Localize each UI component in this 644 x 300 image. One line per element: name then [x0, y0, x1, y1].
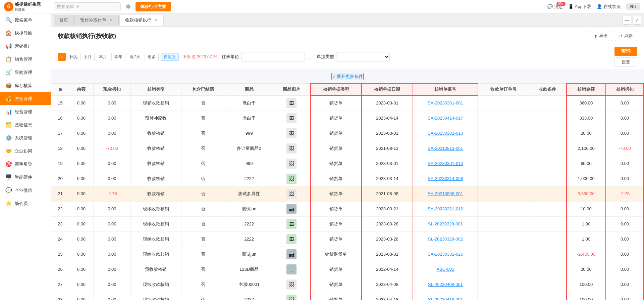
- bill-no-link[interactable]: SA-20230414-017: [428, 116, 463, 121]
- date-custom-btn[interactable]: 自定义: [161, 53, 179, 61]
- base-icon: 🗂️: [5, 122, 12, 128]
- sidebar-label-wechat: 企业微信: [15, 187, 32, 194]
- expand-more-label: 展开更多条件: [337, 74, 363, 80]
- filter-expand-btn[interactable]: »: [58, 53, 66, 61]
- brand: 6 畅捷通好生意 标准版: [4, 1, 51, 12]
- user-display[interactable]: Rit: [626, 3, 640, 10]
- bill-no-link[interactable]: SA-20230301-001: [428, 100, 463, 105]
- search-box[interactable]: 搜索菜单 ▼: [54, 2, 121, 11]
- tab-receipt[interactable]: 收款核销执行 ✕: [119, 15, 164, 26]
- bill-no-link[interactable]: SA-20230301-010: [428, 131, 463, 136]
- gear-icon[interactable]: ⚙️: [123, 2, 133, 11]
- date-btn-last-month[interactable]: 上月: [80, 53, 95, 61]
- date-label: 日期: [70, 54, 78, 60]
- top-bar: 6 畅捷通好生意 标准版 搜索菜单 ▼ ⚙️ 体验行业方案 💬 消息 99+ 📱…: [0, 0, 644, 13]
- date-btn-more[interactable]: 更多: [145, 53, 159, 61]
- tab-minimize-btn[interactable]: —: [623, 16, 631, 25]
- table-row: 270.000.00现续收款核销否衣服00001🖼销货单2023-04-08SL…: [51, 277, 644, 292]
- sidebar-item-purchase[interactable]: 🛒 采购管理: [0, 66, 51, 79]
- table-row: 160.000.00预付冲应收否老白干🖼销货单2023-04-14SA-2023…: [51, 111, 644, 126]
- sidebar-label-finance: 资金管理: [15, 96, 32, 102]
- expand-more-btn[interactable]: ∨ 展开更多条件: [331, 73, 364, 80]
- bill-no-link[interactable]: SA-20230314-008: [428, 176, 463, 181]
- sidebar-item-search[interactable]: 🔍 搜索菜单: [0, 13, 51, 27]
- table-row: 200.000.00收款核销否2222🖼销货单2023-03-14SA-2023…: [51, 171, 644, 186]
- online-service-btn[interactable]: 👤 在线客服: [597, 4, 621, 10]
- refresh-btn[interactable]: ↺ 刷新: [615, 31, 637, 41]
- sidebar-item-inventory[interactable]: 📦 库存核算: [0, 79, 51, 92]
- search-arrow: ▼: [75, 4, 80, 9]
- sidebar-label-purchase: 采购管理: [15, 70, 32, 76]
- th-receipt-order-no: 收款单订单号: [478, 83, 529, 95]
- online-service-label: 在线客服: [603, 4, 621, 10]
- messages-btn[interactable]: 💬 消息 99+: [547, 4, 563, 10]
- sidebar-item-wechat[interactable]: 💬 企业微信: [0, 184, 51, 197]
- date-btn-this-month[interactable]: 本月: [96, 53, 110, 61]
- tab-receipt-close[interactable]: ✕: [153, 17, 158, 23]
- setting-btn[interactable]: 设置: [614, 57, 637, 67]
- bill-no-link[interactable]: SL-20230408-001: [428, 282, 463, 287]
- inventory-icon: 📦: [5, 82, 12, 89]
- sidebar-label-sales: 销售管理: [15, 56, 32, 62]
- sidebar-item-finance[interactable]: 💰 资金管理: [0, 92, 51, 105]
- bill-no-link[interactable]: SL-20230328-002: [428, 237, 463, 242]
- sidebar-item-guide[interactable]: 🎯 新手引导: [0, 158, 51, 171]
- member-icon: ⭐: [5, 200, 12, 207]
- date-btn-this-year[interactable]: 本年: [111, 53, 125, 61]
- sidebar-item-system[interactable]: ⚙️ 系统管理: [0, 131, 51, 144]
- bill-no-link[interactable]: SA-20230321-012: [428, 206, 463, 211]
- export-label: 导出: [599, 33, 608, 39]
- sidebar-item-marketing[interactable]: 📢 营销推广: [0, 40, 51, 53]
- service-icon: 👤: [597, 4, 602, 9]
- from-unit-input[interactable]: [241, 52, 305, 61]
- sidebar-item-enterprise[interactable]: 🤝 企业协同: [0, 144, 51, 158]
- table-row: 150.000.00现销收款核销否老白干🖼销货单2023-03-01SA-202…: [51, 95, 644, 111]
- table-wrap: ⚙ 余额 现金折扣 核销类型 包含已结清 商品 商品图片 核销单据类型 核销单据…: [51, 83, 644, 300]
- dots-separator: ...: [307, 54, 313, 59]
- bill-no-link[interactable]: SA-20230331-026: [428, 252, 463, 257]
- table-row: 190.000.00收款核销否999🖼销货单2023-03-01SA-20230…: [51, 156, 644, 171]
- table-row: 260.000.00预收款核销否123D商品🏢销货单2022-04-14ABC-…: [51, 262, 644, 277]
- th-receipt-cond: 收款条件: [529, 83, 567, 95]
- brand-sub: 标准版: [15, 7, 41, 12]
- bill-type-select[interactable]: [336, 52, 390, 61]
- bill-no-link[interactable]: SL-20230328-001: [428, 221, 463, 226]
- sidebar-label-base: 基础信息: [15, 122, 32, 128]
- sidebar-item-base[interactable]: 🗂️ 基础信息: [0, 118, 51, 131]
- sidebar-item-hardware[interactable]: 🖥️ 智能硬件: [0, 171, 51, 184]
- bill-no-link[interactable]: SL-20230418-001: [428, 297, 463, 300]
- tab-home[interactable]: 首页: [54, 15, 74, 26]
- th-settings[interactable]: ⚙: [51, 83, 69, 95]
- date-range-display: 不限 至 2023-07-26: [183, 54, 218, 60]
- sidebar-label-enterprise: 企业协同: [15, 148, 32, 154]
- bill-no-link[interactable]: SA-20210813-001: [428, 146, 463, 151]
- sidebar-item-quick[interactable]: 🏠 快捷导航: [0, 27, 51, 40]
- page-title: 收款核销执行(按收款): [58, 32, 116, 40]
- query-btn[interactable]: 查询: [614, 47, 637, 56]
- industry-btn[interactable]: 体验行业方案: [136, 2, 171, 11]
- date-btn-7days[interactable]: 近7天: [127, 53, 143, 61]
- export-icon: ⬆: [594, 34, 598, 39]
- tab-prepay[interactable]: 预付冲应付单 ✕: [74, 15, 119, 26]
- sidebar-item-sales[interactable]: 📋 销售管理: [0, 53, 51, 66]
- th-verify-discount: 核销折扣: [606, 83, 644, 95]
- filter-date-group: 日期 上月 本月 本年 近7天 更多 自定义: [70, 53, 179, 61]
- tab-prepay-close[interactable]: ✕: [108, 17, 113, 23]
- brand-text: 畅捷通好生意 标准版: [15, 1, 41, 12]
- guide-icon: 🎯: [5, 161, 12, 167]
- bill-no-link[interactable]: SA-20210808-001: [428, 191, 463, 196]
- tab-maximize-btn[interactable]: ⤢: [633, 16, 641, 25]
- enterprise-icon: 🤝: [5, 148, 12, 154]
- table-row: 280.000.00现续收款核销否2222🖼销货单2023-04-18SL-20…: [51, 292, 644, 300]
- content-area: 首页 预付冲应付单 ✕ 收款核销执行 ✕ — ⤢ 收款核销执行(按收款): [51, 13, 644, 300]
- export-btn[interactable]: ⬆ 导出: [590, 31, 612, 41]
- bill-no-link[interactable]: ABC-001: [436, 267, 454, 272]
- table-body: 150.000.00现销收款核销否老白干🖼销货单2023-03-01SA-202…: [51, 95, 644, 300]
- sidebar-item-operation[interactable]: 📊 经营管理: [0, 105, 51, 118]
- sidebar-item-member[interactable]: ⭐ 畅会员: [0, 197, 51, 210]
- app-download-btn[interactable]: 📱 App下载: [568, 4, 591, 10]
- refresh-icon: ↺: [619, 34, 623, 39]
- brand-icon: 6: [4, 2, 13, 11]
- main-layout: 🔍 搜索菜单 🏠 快捷导航 📢 营销推广 📋 销售管理 🛒 采购管理 📦 库存核…: [0, 13, 644, 300]
- bill-no-link[interactable]: SA-20230301-010: [428, 161, 463, 166]
